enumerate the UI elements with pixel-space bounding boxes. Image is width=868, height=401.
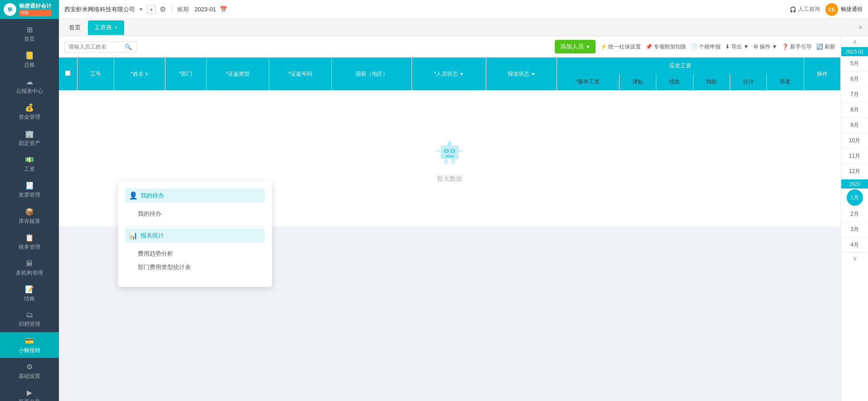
th-checkbox[interactable] [59,58,77,90]
svg-rect-6 [436,150,441,152]
add-person-button[interactable]: 添加人员 ▼ [555,40,596,53]
personal-tax-button[interactable]: 📄 个税申报 [691,43,721,51]
th-send-status[interactable]: 报送状态 ▼ [486,58,557,90]
refresh-icon: 🔄 [816,43,823,50]
th-person-status[interactable]: *人员状态 ▼ [412,58,486,90]
company-dropdown-icon[interactable]: ▼ [139,7,143,12]
select-all-checkbox[interactable] [65,70,71,76]
tab-home[interactable]: 首页 [63,20,87,35]
sidebar-label-fixed-assets: 固定资产 [19,140,40,146]
month-item-6[interactable]: 6月 [841,72,868,87]
month-item-7[interactable]: 7月 [841,87,868,102]
th-cert-type: *证鉴类型 [206,58,269,90]
popup-item-expense-trend[interactable]: 费用趋势分析 [125,247,265,261]
popup-item-my-pending[interactable]: 我的待办 [125,207,265,221]
topbar-right: 🎧 人工咨询 CE 畅捷通组 [790,3,863,16]
service-button[interactable]: 🎧 人工咨询 [790,5,820,13]
popup-section-report: 📊 报表统计 费用趋势分析 部门费用类型统计表 [125,228,265,274]
sidebar-label-salary: 工资 [24,166,35,172]
main-area: 西安虾米网络科技有限公司 ▼ + ⚙ 账期 2023-01 📅 🎧 人工咨询 C… [59,0,868,401]
period-label: 账期 [177,5,189,14]
month-panel-next[interactable]: ∨ [841,253,868,264]
th-deduction: 扣款 [693,74,730,90]
settings-icon[interactable]: ⚙ [160,5,166,14]
popup-divider [125,226,265,227]
month-item-5[interactable]: 5月 [841,56,868,72]
logo-area: 畅 畅捷通好会计 问题 [0,0,59,19]
export-button[interactable]: ⬇ 导出 ▼ [725,43,749,51]
sidebar-label-inventory: 库存核算 [19,218,40,224]
logo-icon: 畅 [4,3,16,16]
svg-point-11 [452,150,454,152]
month-item-11[interactable]: 11月 [841,149,868,164]
month-panel-prev[interactable]: ∧ [841,36,868,47]
sidebar-item-archive[interactable]: 🗂 归档管理 [0,306,59,332]
popup-pending-label: 我的待办 [141,192,164,200]
tabbar: 首页 工资表 × × [59,19,868,36]
export-icon: ⬇ [725,43,730,50]
tab-salary-table[interactable]: 工资表 × [88,20,124,35]
sidebar-item-expense[interactable]: 💳 小畅报销 [0,332,59,358]
sidebar-item-settings[interactable]: ⚙ 基础设置 [0,358,59,384]
svg-rect-5 [449,140,450,143]
sidebar-item-closing[interactable]: 📝 结账 [0,280,59,306]
close-panel-icon[interactable]: × [857,22,864,34]
month-item-3[interactable]: 3月 [841,222,868,237]
sidebar-label-cloud-report: 云报表中心 [16,88,43,94]
th-base-salary: *基本工资 [557,74,619,90]
popup-section-pending: 👤 我的待办 我的待办 [125,188,265,221]
month-item-2[interactable]: 2月 [841,207,868,222]
month-item-12[interactable]: 12月 [841,164,868,179]
sidebar-label-tax: 税务管理 [19,244,40,250]
toolbar: 🔍 添加人员 ▼ ⚡ 统一社保设置 📌 专项附加扣除 [59,36,841,58]
tab-close-icon[interactable]: × [115,24,118,31]
tax-icon: 📄 [691,43,698,50]
month-item-4[interactable]: 4月 [841,237,868,253]
home-icon: ⊞ [27,25,33,34]
sidebar-item-fund[interactable]: 💰 资金管理 [0,99,59,125]
month-scroll-area: 5月 6月 7月 8月 9月 10月 11月 12月 [841,56,868,179]
avatar-text: CE [828,7,835,12]
social-insurance-button[interactable]: ⚡ 统一社保设置 [600,43,641,51]
sidebar-label-invoice: 发票管理 [19,192,40,198]
guide-button[interactable]: ❓ 新手引导 [782,43,812,51]
popup-section-report-title[interactable]: 📊 报表统计 [125,228,265,242]
sidebar-item-home[interactable]: ⊞ 首页 [0,21,59,47]
th-name[interactable]: *姓名 ⇅ [114,58,165,90]
name-sort-icon: ⇅ [145,72,149,77]
year-2023-label: 2023-01 [841,47,868,56]
month-item-1[interactable]: 1月 [847,189,863,206]
fixed-assets-icon: 🏢 [25,130,34,138]
special-icon: 📌 [645,43,652,50]
search-input[interactable] [68,43,123,50]
month-item-10[interactable]: 10月 [841,133,868,149]
sidebar-item-inventory[interactable]: 📦 库存核算 [0,203,59,229]
refresh-button[interactable]: 🔄 刷新 [816,43,835,51]
add-company-button[interactable]: + [147,5,156,14]
special-deduction-button[interactable]: 📌 专项附加扣除 [645,43,686,51]
popup-item-dept-expense[interactable]: 部门费用类型统计表 [125,261,265,274]
sidebar-label-closing: 结账 [24,295,35,302]
sidebar-item-ledger[interactable]: 📒 总账 [0,47,59,72]
search-box[interactable]: 🔍 [64,41,137,53]
sidebar-item-guide[interactable]: ▶ 新手引导 [0,384,59,401]
sidebar-label-expense: 小畅报销 [19,347,40,353]
th-total: 合计 [730,74,766,90]
company-name: 西安虾米网络科技有限公司 [64,5,135,14]
month-item-8[interactable]: 8月 [841,102,868,118]
service-label: 人工咨询 [798,5,820,13]
sidebar-item-tax[interactable]: 📋 税务管理 [0,229,59,255]
sidebar-item-fixed-assets[interactable]: 🏢 固定资产 [0,125,59,151]
month-item-9[interactable]: 9月 [841,118,868,133]
sidebar-item-invoice[interactable]: 🧾 发票管理 [0,177,59,203]
popup-section-pending-title[interactable]: 👤 我的待办 [125,188,265,203]
fund-icon: 💰 [25,103,34,112]
operations-button[interactable]: ⚙ 操作 ▼ [753,43,777,51]
svg-rect-7 [459,150,463,152]
tax-icon: 📋 [25,233,34,242]
th-bonus: 津贴 [619,74,656,90]
sidebar-item-multi-org[interactable]: 🏛 多机构管理 [0,255,59,280]
calendar-icon[interactable]: 📅 [220,6,227,13]
sidebar-item-salary[interactable]: 💵 工资 [0,151,59,177]
sidebar-item-cloud-report[interactable]: ☁ 云报表中心 [0,73,59,99]
